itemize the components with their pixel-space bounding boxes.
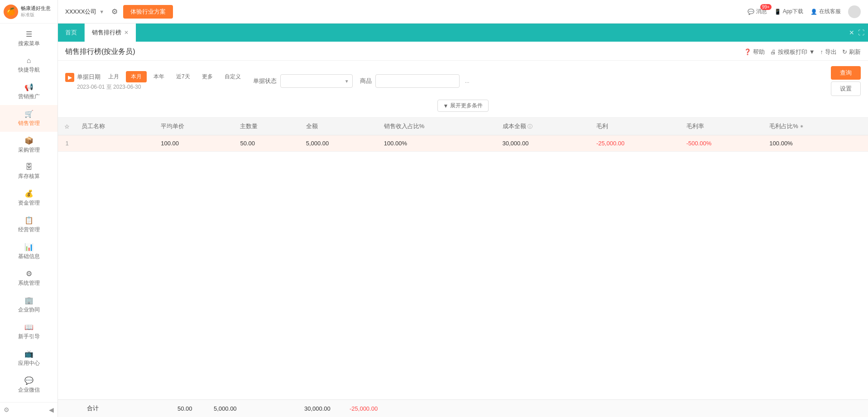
sidebar-item-marketing[interactable]: 📢 营销推广 xyxy=(0,78,58,105)
date-tab-current-month[interactable]: 本月 xyxy=(126,71,147,82)
logo-tag: 标准版 xyxy=(21,12,51,18)
sidebar-item-guide[interactable]: 📖 新手引导 xyxy=(0,318,58,345)
online-service-btn[interactable]: 👤 在线客服 xyxy=(810,8,841,15)
sidebar-collapse-icon[interactable]: ◀ xyxy=(49,406,54,413)
cell-cost: 30,000.00 xyxy=(497,135,591,152)
filter-toggle-btn[interactable]: ▶ xyxy=(65,73,74,82)
basic-icon: 📊 xyxy=(24,243,34,251)
sidebar-item-purchase[interactable]: 📦 采购管理 xyxy=(0,132,58,158)
th-gross-rate: 毛利率 xyxy=(681,118,764,135)
main-area: XXXXX公司 ▼ ⚙ 体验行业方案 💬 消息 99+ 📱 App下载 👤 在线… xyxy=(58,0,868,417)
message-badge: 99+ xyxy=(760,4,772,10)
logo-name: 畅康通好生意 xyxy=(21,5,51,11)
th-name-label: 员工名称 xyxy=(82,123,105,129)
help-label: 帮助 xyxy=(753,48,765,56)
tab-expand-icon[interactable]: ⛶ xyxy=(858,29,864,36)
status-filter-label: 单据状态 xyxy=(253,77,277,85)
filter-right-btns: 查询 设置 xyxy=(831,66,861,96)
help-btn[interactable]: ❓ 帮助 xyxy=(744,48,765,56)
th-gross-pct: 毛利占比% ⁕ xyxy=(764,118,868,135)
sidebar-item-finance[interactable]: 💰 资金管理 xyxy=(0,185,58,211)
expand-chevron-icon: ▼ xyxy=(443,103,449,109)
date-tab-current-year[interactable]: 本年 xyxy=(149,71,169,82)
template-print-btn[interactable]: 🖨 按模板打印 ▼ xyxy=(770,48,815,56)
guide-icon: 📖 xyxy=(24,323,34,331)
tab-sales-rank[interactable]: 销售排行榜 ✕ xyxy=(85,24,136,42)
query-button[interactable]: 查询 xyxy=(831,66,861,80)
export-label: 导出 xyxy=(825,48,837,56)
expand-row: ▼ 展开更多条件 xyxy=(65,100,861,112)
sidebar-item-sales[interactable]: 🛒 销售管理 xyxy=(0,105,58,132)
refresh-icon: ↻ xyxy=(842,48,847,55)
export-btn[interactable]: ↑ 导出 xyxy=(820,48,837,56)
sidebar-item-shortcut[interactable]: ⌂ 快捷导航 xyxy=(0,52,58,78)
date-tab-last-month[interactable]: 上月 xyxy=(103,71,124,82)
th-main-qty-label: 主数量 xyxy=(240,123,258,129)
tab-close-all-icon[interactable]: ✕ xyxy=(849,29,854,36)
filter-row-1: ▶ 单据日期 上月 本月 本年 近7天 更多 自定义 xyxy=(65,66,861,96)
more-filters-icon[interactable]: ... xyxy=(465,78,470,84)
content-area: 销售排行榜(按业务员) ❓ 帮助 🖨 按模板打印 ▼ ↑ 导出 xyxy=(58,42,868,417)
date-tab-7days[interactable]: 近7天 xyxy=(171,71,195,82)
th-sales-pct-label: 销售收入占比% xyxy=(384,123,425,129)
tab-close-icon[interactable]: ✕ xyxy=(124,29,129,36)
sidebar-settings-icon[interactable]: ⚙ xyxy=(4,406,10,413)
print-chevron-icon: ▼ xyxy=(809,48,815,55)
th-gross-label: 毛利 xyxy=(596,123,608,129)
th-avg-price-label: 平均单价 xyxy=(161,123,184,129)
filter-settings-button[interactable]: 设置 xyxy=(831,81,861,96)
cell-main-qty: 50.00 xyxy=(235,135,300,152)
marketing-icon: 📢 xyxy=(24,83,34,91)
status-select[interactable] xyxy=(280,74,353,88)
tab-home[interactable]: 首页 xyxy=(58,24,85,42)
th-sales-pct: 销售收入占比% xyxy=(379,118,497,135)
service-icon: 👤 xyxy=(810,9,817,15)
goods-input[interactable] xyxy=(375,74,460,88)
status-select-wrapper: ▼ xyxy=(280,74,353,88)
th-gross: 毛利 xyxy=(591,118,681,135)
message-btn[interactable]: 💬 消息 99+ xyxy=(748,8,767,15)
table-row: 1 100.00 50.00 5,000.00 100.00% 30,000.0… xyxy=(58,135,868,152)
refresh-btn[interactable]: ↻ 刷新 xyxy=(842,48,861,56)
footer-amount: 5,000.00 xyxy=(208,405,254,412)
sidebar: 🍊 畅康通好生意 标准版 ☰ 搜索菜单 ⌂ 快捷导航 📢 营销推广 🛒 销售管理… xyxy=(0,0,58,417)
company-selector[interactable]: XXXXX公司 ▼ xyxy=(65,8,104,16)
page-content: 销售排行榜(按业务员) ❓ 帮助 🖨 按模板打印 ▼ ↑ 导出 xyxy=(58,42,868,417)
sidebar-item-apps[interactable]: 📺 应用中心 xyxy=(0,345,58,372)
trial-button[interactable]: 体验行业方案 xyxy=(123,5,173,19)
expand-conditions-btn[interactable]: ▼ 展开更多条件 xyxy=(437,100,489,112)
header-settings-icon[interactable]: ⚙ xyxy=(111,7,118,16)
sidebar-bottom: ⚙ ◀ xyxy=(0,402,58,417)
system-icon: ⚙ xyxy=(26,269,32,278)
sidebar-label-basic: 基础信息 xyxy=(18,253,40,260)
date-tab-more[interactable]: 更多 xyxy=(197,71,218,82)
tab-sales-rank-label: 销售排行榜 xyxy=(92,29,121,37)
user-avatar[interactable] xyxy=(848,5,861,18)
sidebar-item-basic[interactable]: 📊 基础信息 xyxy=(0,238,58,265)
enterprise-icon: 🏢 xyxy=(24,296,34,305)
sidebar-item-system[interactable]: ⚙ 系统管理 xyxy=(0,265,58,292)
company-name: XXXXX公司 xyxy=(65,8,96,16)
goods-filter-label: 商品 xyxy=(360,77,372,85)
sidebar-label-marketing: 营销推广 xyxy=(18,93,40,101)
sidebar-item-wechat[interactable]: 💬 企业微信 xyxy=(0,372,58,398)
sidebar-item-operation[interactable]: 📋 经营管理 xyxy=(0,211,58,238)
sidebar-item-enterprise[interactable]: 🏢 企业协同 xyxy=(0,292,58,318)
print-icon: 🖨 xyxy=(770,48,776,55)
purchase-icon: 📦 xyxy=(24,136,34,145)
sidebar-item-inventory[interactable]: 🗄 库存核算 xyxy=(0,158,58,185)
date-filter-label: 单据日期 xyxy=(77,73,101,81)
app-download-btn[interactable]: 📱 App下载 xyxy=(774,8,803,15)
company-chevron-icon: ▼ xyxy=(99,9,104,14)
sidebar-item-member[interactable]: V 畅会员 xyxy=(0,398,58,402)
th-main-qty: 主数量 xyxy=(235,118,300,135)
table-footer: 合计 50.00 5,000.00 30,000.00 -25,000.00 xyxy=(58,399,868,417)
th-amount: 全额 xyxy=(301,118,379,135)
page-title: 销售排行榜(按业务员) xyxy=(65,47,135,57)
cell-gross-pct: 100.00% xyxy=(764,135,868,152)
date-tab-custom[interactable]: 自定义 xyxy=(220,71,246,82)
message-icon: 💬 xyxy=(748,9,754,15)
cell-gross-rate: -500.00% xyxy=(681,135,764,152)
sidebar-item-search[interactable]: ☰ 搜索菜单 xyxy=(0,25,58,52)
cost-info-icon: ⓘ xyxy=(528,123,532,130)
